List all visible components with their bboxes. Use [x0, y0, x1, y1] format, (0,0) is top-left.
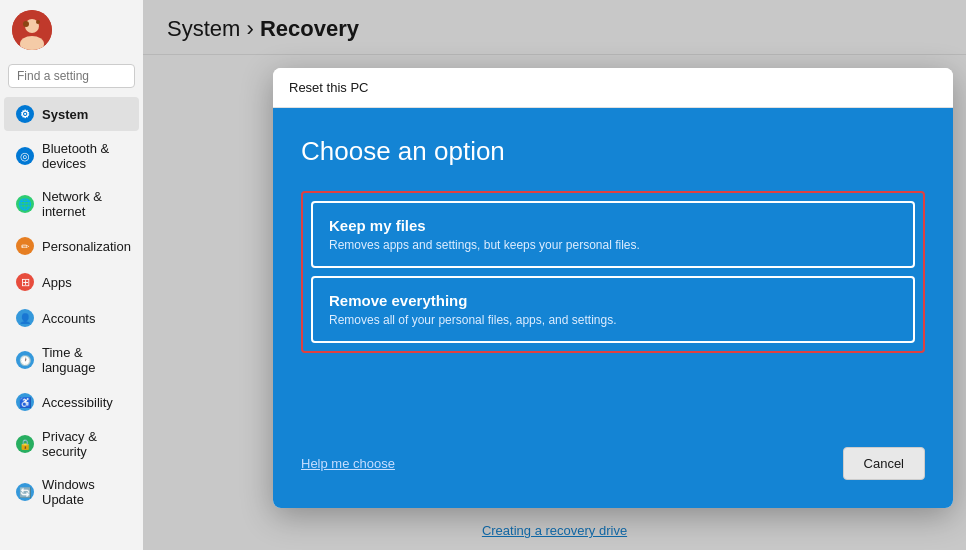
search-input[interactable]: [8, 64, 135, 88]
sidebar-item-personalization[interactable]: ✏ Personalization: [4, 229, 139, 263]
time-icon: 🕐: [16, 351, 34, 369]
avatar: [12, 10, 52, 50]
sidebar-label-accessibility: Accessibility: [42, 395, 113, 410]
keep-files-title: Keep my files: [329, 217, 897, 234]
options-container: Keep my files Removes apps and settings,…: [301, 191, 925, 353]
keep-files-desc: Removes apps and settings, but keeps you…: [329, 238, 897, 252]
personalization-icon: ✏: [16, 237, 34, 255]
sidebar-label-network: Network & internet: [42, 189, 127, 219]
sidebar: ⚙ System ◎ Bluetooth & devices 🌐 Network…: [0, 0, 143, 550]
sidebar-label-personalization: Personalization: [42, 239, 131, 254]
dialog-heading: Choose an option: [301, 136, 925, 167]
avatar-area: [0, 0, 143, 60]
sidebar-label-update: Windows Update: [42, 477, 127, 507]
dialog-body: Choose an option Keep my files Removes a…: [273, 108, 953, 508]
help-link[interactable]: Help me choose: [301, 456, 395, 471]
reset-pc-dialog: Reset this PC Choose an option Keep my f…: [273, 68, 953, 508]
sidebar-item-windows-update[interactable]: 🔄 Windows Update: [4, 469, 139, 515]
dialog-title: Reset this PC: [289, 80, 368, 95]
sidebar-item-accounts[interactable]: 👤 Accounts: [4, 301, 139, 335]
sidebar-label-time: Time & language: [42, 345, 127, 375]
sidebar-item-network[interactable]: 🌐 Network & internet: [4, 181, 139, 227]
dialog-overlay: Reset this PC Choose an option Keep my f…: [143, 0, 966, 550]
system-icon: ⚙: [16, 105, 34, 123]
accounts-icon: 👤: [16, 309, 34, 327]
sidebar-label-apps: Apps: [42, 275, 72, 290]
main-content: System › Recovery › Reset PC Restart now…: [143, 0, 966, 550]
remove-everything-desc: Removes all of your personal files, apps…: [329, 313, 897, 327]
sidebar-label-accounts: Accounts: [42, 311, 95, 326]
keep-files-option[interactable]: Keep my files Removes apps and settings,…: [311, 201, 915, 268]
privacy-icon: 🔒: [16, 435, 34, 453]
dialog-titlebar: Reset this PC: [273, 68, 953, 108]
svg-point-4: [36, 20, 40, 24]
remove-everything-title: Remove everything: [329, 292, 897, 309]
sidebar-item-apps[interactable]: ⊞ Apps: [4, 265, 139, 299]
sidebar-label-bluetooth: Bluetooth & devices: [42, 141, 127, 171]
accessibility-icon: ♿: [16, 393, 34, 411]
update-icon: 🔄: [16, 483, 34, 501]
remove-everything-option[interactable]: Remove everything Removes all of your pe…: [311, 276, 915, 343]
sidebar-item-privacy[interactable]: 🔒 Privacy & security: [4, 421, 139, 467]
sidebar-item-bluetooth[interactable]: ◎ Bluetooth & devices: [4, 133, 139, 179]
sidebar-label-system: System: [42, 107, 88, 122]
sidebar-item-accessibility[interactable]: ♿ Accessibility: [4, 385, 139, 419]
svg-point-3: [23, 21, 29, 27]
dialog-footer: Help me choose Cancel: [301, 423, 925, 480]
sidebar-item-system[interactable]: ⚙ System: [4, 97, 139, 131]
network-icon: 🌐: [16, 195, 34, 213]
sidebar-label-privacy: Privacy & security: [42, 429, 127, 459]
bluetooth-icon: ◎: [16, 147, 34, 165]
sidebar-item-time[interactable]: 🕐 Time & language: [4, 337, 139, 383]
apps-icon: ⊞: [16, 273, 34, 291]
cancel-button[interactable]: Cancel: [843, 447, 925, 480]
